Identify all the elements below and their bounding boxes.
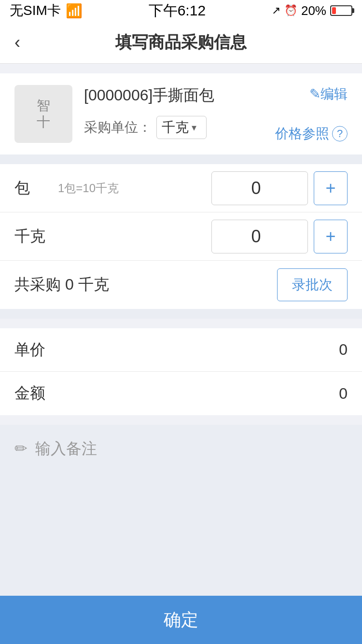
product-image: 智 十 bbox=[14, 85, 72, 143]
amount-value: 0 bbox=[339, 385, 348, 403]
quantity-section: 包 1包=10千克 + 千克 + bbox=[0, 164, 362, 261]
product-logo: 智 十 bbox=[37, 98, 50, 130]
total-label: 共采购 0 千克 bbox=[14, 274, 277, 295]
qty-plus-kg[interactable]: + bbox=[314, 220, 348, 253]
unit-price-value: 0 bbox=[339, 341, 348, 359]
nav-bar: ‹ 填写商品采购信息 bbox=[0, 21, 362, 64]
record-batch-button[interactable]: 录批次 bbox=[277, 268, 348, 301]
battery-icon bbox=[330, 5, 352, 16]
qty-label-kg: 千克 bbox=[14, 226, 53, 247]
quantity-row-kg: 千克 + bbox=[0, 212, 362, 261]
unit-select[interactable]: 千克 ▾ bbox=[156, 116, 207, 139]
qty-sublabel-bao: 1包=10千克 bbox=[58, 181, 211, 196]
unit-price-label: 单价 bbox=[14, 339, 339, 361]
note-placeholder: 输入备注 bbox=[35, 438, 97, 460]
carrier-text: 无SIM卡 bbox=[10, 1, 61, 20]
quantity-row-bao: 包 1包=10千克 + bbox=[0, 164, 362, 212]
qty-input-kg[interactable] bbox=[211, 220, 308, 253]
status-bar: 无SIM卡 📶 下午6:12 ↗ ⏰ 20% bbox=[0, 0, 362, 21]
qty-input-wrap-kg: + bbox=[211, 220, 348, 253]
edit-button[interactable]: ✎编辑 bbox=[309, 85, 348, 103]
unit-value: 千克 bbox=[162, 118, 189, 137]
qty-plus-bao[interactable]: + bbox=[314, 171, 348, 205]
back-button[interactable]: ‹ bbox=[14, 32, 20, 53]
alarm-icon: ⏰ bbox=[284, 4, 297, 17]
qty-input-bao[interactable] bbox=[211, 171, 308, 205]
note-section[interactable]: ✏ 输入备注 bbox=[0, 425, 362, 618]
amount-row: 金额 0 bbox=[0, 372, 362, 415]
page-title: 填写商品采购信息 bbox=[115, 31, 247, 54]
amount-label: 金额 bbox=[14, 383, 339, 404]
battery-percent: 20% bbox=[301, 3, 326, 18]
qty-input-wrap-bao: + bbox=[211, 171, 348, 205]
help-icon: ? bbox=[332, 126, 348, 141]
status-left: 无SIM卡 📶 bbox=[10, 1, 83, 20]
unit-dropdown-icon: ▾ bbox=[192, 122, 196, 133]
wifi-icon: 📶 bbox=[66, 3, 83, 19]
price-section: 单价 0 金额 0 bbox=[0, 328, 362, 415]
location-icon: ↗ bbox=[272, 4, 280, 17]
price-reference-button[interactable]: 价格参照 ? bbox=[275, 125, 348, 143]
section-divider-2 bbox=[0, 309, 362, 319]
total-row: 共采购 0 千克 录批次 bbox=[0, 261, 362, 309]
status-time: 下午6:12 bbox=[149, 1, 206, 21]
unit-price-row: 单价 0 bbox=[0, 328, 362, 372]
product-card: 智 十 [0000006]手撕面包 采购单位： 千克 ▾ ✎编辑 价格参照 ? bbox=[0, 73, 362, 154]
pencil-icon: ✏ bbox=[14, 439, 28, 458]
status-right: ↗ ⏰ 20% bbox=[272, 3, 352, 18]
product-name: [0000006]手撕面包 bbox=[84, 85, 348, 106]
confirm-button[interactable]: 确定 bbox=[0, 596, 362, 644]
purchase-unit-label: 采购单位： bbox=[84, 118, 152, 137]
section-divider-1 bbox=[0, 154, 362, 164]
qty-label-bao: 包 bbox=[14, 178, 53, 199]
